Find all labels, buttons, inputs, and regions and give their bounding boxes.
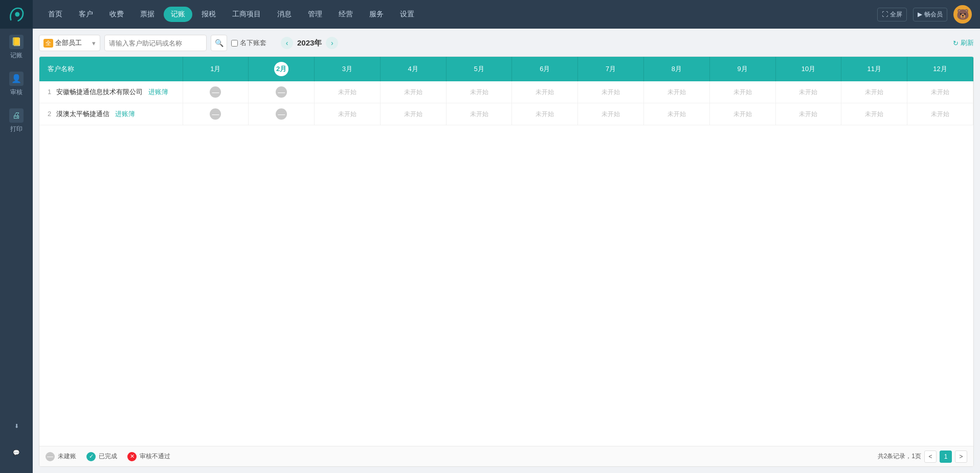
col-header-m9: 9月: [709, 57, 775, 81]
month-cell-m5: 未开始: [446, 81, 512, 103]
col-header-m12: 12月: [907, 57, 973, 81]
page-1-button[interactable]: 1: [940, 451, 952, 463]
my-accounts-filter[interactable]: 名下账套: [231, 38, 266, 48]
client-name: 漠澳太平畅捷通信: [56, 110, 109, 118]
col-header-m6: 6月: [512, 57, 578, 81]
support-icon: 💬: [13, 449, 20, 456]
month-cell-m5: 未开始: [446, 103, 512, 125]
nav-message[interactable]: 消息: [270, 7, 299, 22]
my-accounts-checkbox[interactable]: [231, 40, 238, 47]
not-started-status: 未开始: [865, 88, 883, 96]
topnav-right: ⛶ 全屏 ▶ 畅会员 🐻: [877, 5, 972, 24]
table-footer: — 未建账 ✓ 已完成 ✕ 审核不通过 共2条记录，1页 < 1 >: [39, 446, 973, 466]
nav-invoice[interactable]: 票据: [133, 7, 162, 22]
nav-home[interactable]: 首页: [41, 7, 70, 22]
member-label: 畅会员: [924, 10, 943, 19]
done-label: 已完成: [99, 452, 117, 461]
month-cell-m4: 未开始: [380, 103, 446, 125]
month-cell-m1: —: [183, 81, 249, 103]
not-created-status: —: [276, 86, 287, 98]
sidebar-support[interactable]: 💬: [0, 440, 33, 465]
my-accounts-label: 名下账套: [240, 38, 266, 48]
sidebar-item-audit[interactable]: 👤 审核: [0, 65, 33, 102]
not-created-status: —: [276, 108, 287, 120]
not-started-status: 未开始: [470, 88, 488, 96]
record-summary: 共2条记录，1页: [878, 452, 921, 461]
month-cell-m7: 未开始: [578, 81, 644, 103]
month-cell-m6: 未开始: [512, 103, 578, 125]
audit-icon: 👤: [9, 72, 24, 86]
search-button[interactable]: 🔍: [211, 35, 227, 51]
legend-not-created: — 未建账: [46, 452, 76, 461]
month-cell-m12: 未开始: [907, 81, 973, 103]
not-created-icon: —: [46, 452, 55, 461]
nav-tax[interactable]: 报税: [194, 7, 223, 22]
legend-done: ✓ 已完成: [86, 452, 117, 461]
year-navigation: ‹ 2023年 ›: [281, 37, 338, 49]
fullscreen-label: 全屏: [890, 10, 902, 19]
col-header-m1: 1月: [183, 57, 249, 81]
sidebar-item-print-label: 打印: [10, 125, 23, 133]
ledger-table: 客户名称 1月 2月 3月 4月 5月 6月 7月 8月 9月 10月 11月: [39, 57, 973, 125]
search-icon: 🔍: [215, 39, 224, 47]
col-header-m2: 2月: [249, 57, 315, 81]
col-header-m3: 3月: [315, 57, 381, 81]
col-header-m7: 7月: [578, 57, 644, 81]
app-logo: [0, 0, 33, 29]
nav-operation[interactable]: 经营: [331, 7, 360, 22]
sidebar-item-ledger[interactable]: 📒 记账: [0, 29, 33, 65]
nav-settings[interactable]: 设置: [393, 7, 421, 22]
not-started-status: 未开始: [733, 110, 752, 118]
next-page-button[interactable]: >: [955, 451, 967, 463]
employee-filter[interactable]: 全 全部员工 ▾: [39, 35, 100, 51]
nav-business[interactable]: 工商项目: [225, 7, 268, 22]
month-cell-m8: 未开始: [643, 103, 709, 125]
main-container: 首页 客户 收费 票据 记账 报税 工商项目 消息 管理 经营 服务 设置 ⛶ …: [33, 0, 980, 473]
sidebar-item-audit-label: 审核: [10, 88, 23, 97]
not-started-status: 未开始: [667, 110, 686, 118]
download-icon: ⬇: [14, 423, 19, 430]
nav-ledger[interactable]: 记账: [164, 7, 192, 22]
not-started-status: 未开始: [799, 88, 817, 96]
not-started-status: 未开始: [602, 88, 620, 96]
prev-page-button[interactable]: <: [924, 451, 937, 463]
member-button[interactable]: ▶ 畅会员: [913, 8, 947, 21]
month-cell-m7: 未开始: [578, 103, 644, 125]
col-header-m11: 11月: [841, 57, 907, 81]
search-input[interactable]: [109, 39, 202, 47]
sidebar-download[interactable]: ⬇: [0, 414, 33, 438]
current-year: 2023年: [297, 38, 322, 48]
month-cell-m1: —: [183, 103, 249, 125]
fullscreen-button[interactable]: ⛶ 全屏: [877, 8, 907, 21]
row-number: 2: [48, 110, 51, 118]
print-icon: 🖨: [9, 108, 24, 123]
main-table-wrapper: 客户名称 1月 2月 3月 4月 5月 6月 7月 8月 9月 10月 11月: [39, 56, 974, 467]
not-started-status: 未开始: [536, 88, 554, 96]
not-started-status: 未开始: [470, 110, 488, 118]
sidebar-item-print[interactable]: 🖨 打印: [0, 102, 33, 139]
month-cell-m3: 未开始: [315, 81, 381, 103]
month-cell-m12: 未开始: [907, 103, 973, 125]
refresh-button[interactable]: ↻ 刷新: [953, 38, 974, 48]
next-year-button[interactable]: ›: [326, 37, 338, 49]
prev-year-button[interactable]: ‹: [281, 37, 293, 49]
nav-billing[interactable]: 收费: [102, 7, 131, 22]
top-navigation: 首页 客户 收费 票据 记账 报税 工商项目 消息 管理 经营 服务 设置 ⛶ …: [33, 0, 980, 29]
month-cell-m2: —: [249, 81, 315, 103]
col-header-m8: 8月: [643, 57, 709, 81]
user-avatar[interactable]: 🐻: [953, 5, 972, 24]
table-scroll-area: 客户名称 1月 2月 3月 4月 5月 6月 7月 8月 9月 10月 11月: [39, 57, 973, 446]
month-cell-m8: 未开始: [643, 81, 709, 103]
row-number: 1: [48, 88, 51, 96]
sidebar-item-ledger-label: 记账: [10, 51, 23, 60]
nav-service[interactable]: 服务: [362, 7, 391, 22]
not-started-status: 未开始: [338, 88, 357, 96]
nav-client[interactable]: 客户: [72, 7, 100, 22]
svg-point-0: [15, 12, 19, 17]
not-created-label: 未建账: [58, 452, 76, 461]
rejected-label: 审核不通过: [140, 452, 170, 461]
nav-manage[interactable]: 管理: [301, 7, 329, 22]
enter-ledger-link[interactable]: 进账簿: [148, 88, 168, 96]
not-started-status: 未开始: [865, 110, 883, 118]
enter-ledger-link[interactable]: 进账簿: [115, 110, 135, 118]
